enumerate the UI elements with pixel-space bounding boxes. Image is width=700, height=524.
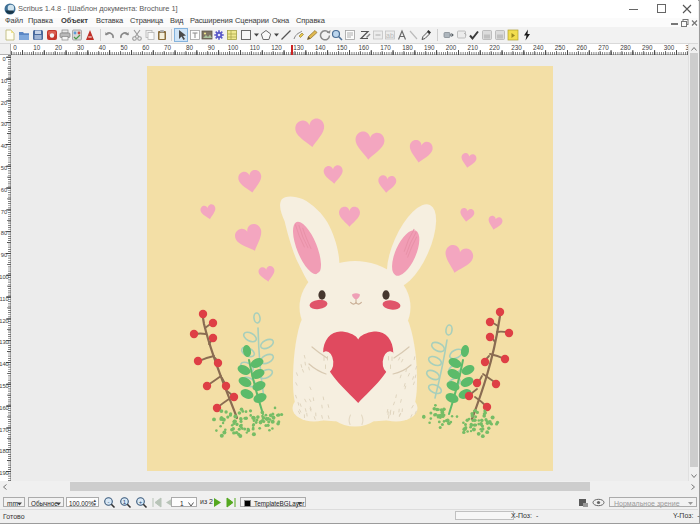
svg-text:190: 190 (424, 44, 435, 51)
svg-text:20: 20 (1, 100, 7, 106)
svg-text:80: 80 (1, 230, 7, 236)
svg-text:260: 260 (577, 44, 588, 51)
svg-text:70: 70 (1, 209, 7, 215)
svg-text:60: 60 (1, 187, 7, 193)
svg-text:140: 140 (0, 361, 9, 367)
svg-text:300: 300 (664, 44, 675, 51)
svg-text:170: 170 (380, 44, 391, 51)
svg-text:50: 50 (120, 44, 128, 51)
svg-text:120: 120 (0, 318, 9, 324)
svg-text:30: 30 (77, 44, 85, 51)
svg-text:110: 110 (250, 44, 261, 51)
svg-text:150: 150 (0, 383, 9, 389)
svg-text:100: 100 (228, 44, 239, 51)
svg-text:180: 180 (0, 448, 9, 454)
svg-text:190: 190 (0, 470, 9, 476)
svg-text:70: 70 (164, 44, 172, 51)
svg-text:0: 0 (2, 56, 5, 62)
svg-text:170: 170 (0, 427, 9, 433)
svg-text:120: 120 (271, 44, 282, 51)
svg-text:110: 110 (0, 296, 9, 302)
svg-text:10: 10 (1, 78, 7, 84)
svg-text:150: 150 (337, 44, 348, 51)
svg-text:290: 290 (642, 44, 653, 51)
svg-text:ab: ab (386, 32, 394, 39)
svg-text:50: 50 (1, 165, 7, 171)
svg-text:100: 100 (0, 274, 9, 280)
svg-text:200: 200 (446, 44, 457, 51)
svg-text:160: 160 (359, 44, 370, 51)
svg-text:20: 20 (55, 44, 63, 51)
svg-text:90: 90 (1, 252, 7, 258)
svg-text:40: 40 (1, 143, 7, 149)
svg-text:210: 210 (468, 44, 479, 51)
svg-text:280: 280 (620, 44, 631, 51)
svg-text:250: 250 (555, 44, 566, 51)
svg-text:+: + (139, 499, 143, 505)
svg-text:40: 40 (99, 44, 107, 51)
svg-text:140: 140 (315, 44, 326, 51)
svg-text:230: 230 (511, 44, 522, 51)
svg-text:240: 240 (533, 44, 544, 51)
svg-text:130: 130 (0, 339, 9, 345)
svg-text:220: 220 (489, 44, 500, 51)
svg-text:160: 160 (0, 405, 9, 411)
svg-text:60: 60 (142, 44, 150, 51)
svg-text:270: 270 (598, 44, 609, 51)
svg-text:0: 0 (13, 44, 17, 51)
svg-text:180: 180 (402, 44, 413, 51)
svg-text:90: 90 (208, 44, 216, 51)
svg-text:80: 80 (186, 44, 194, 51)
svg-text:-: - (108, 499, 110, 505)
svg-text:130: 130 (293, 44, 304, 51)
svg-text:30: 30 (1, 121, 7, 127)
svg-text:10: 10 (33, 44, 41, 51)
